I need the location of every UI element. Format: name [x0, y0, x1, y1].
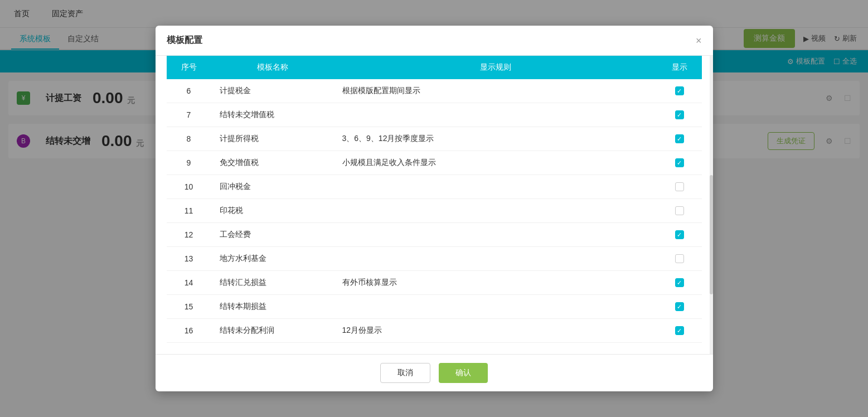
confirm-button[interactable]: 确认 — [439, 363, 488, 383]
cell-rule-10 — [334, 175, 657, 199]
modal-header: 模板配置 × — [156, 26, 713, 56]
table-row: 16结转未分配利润12月份显示✓ — [167, 319, 702, 343]
cell-name-10: 回冲税金 — [211, 175, 334, 199]
cell-rule-6: 根据模版配置期间显示 — [334, 79, 657, 103]
cell-check-15[interactable]: ✓ — [657, 295, 702, 319]
col-header-rule: 显示规则 — [334, 56, 657, 79]
table-row: 14结转汇兑损益有外币核算显示✓ — [167, 271, 702, 295]
cell-check-13[interactable] — [657, 247, 702, 271]
cell-id-8: 8 — [167, 127, 211, 151]
checkbox-11[interactable] — [675, 206, 684, 215]
cell-rule-7 — [334, 103, 657, 127]
cell-id-6: 6 — [167, 79, 211, 103]
cell-name-14: 结转汇兑损益 — [211, 271, 334, 295]
cell-id-16: 16 — [167, 319, 211, 343]
table-row: 12工会经费✓ — [167, 223, 702, 247]
cell-check-11[interactable] — [657, 199, 702, 223]
scrollbar-thumb[interactable] — [710, 175, 713, 294]
table-row: 6计提税金根据模版配置期间显示✓ — [167, 79, 702, 103]
checkbox-10[interactable] — [675, 182, 684, 191]
col-header-name: 模板名称 — [211, 56, 334, 79]
cell-check-10[interactable] — [657, 175, 702, 199]
table-row: 8计提所得税3、6、9、12月按季度显示✓ — [167, 127, 702, 151]
cell-id-12: 12 — [167, 223, 211, 247]
cell-id-15: 15 — [167, 295, 211, 319]
cell-name-11: 印花税 — [211, 199, 334, 223]
cell-name-6: 计提税金 — [211, 79, 334, 103]
modal-title: 模板配置 — [167, 35, 202, 46]
cell-rule-12 — [334, 223, 657, 247]
table-row: 15结转本期损益✓ — [167, 295, 702, 319]
cell-rule-9: 小规模且满足收入条件显示 — [334, 151, 657, 175]
modal-footer: 取消 确认 — [156, 354, 713, 391]
cell-name-16: 结转未分配利润 — [211, 319, 334, 343]
checkbox-15[interactable]: ✓ — [675, 302, 684, 311]
cell-name-9: 免交增值税 — [211, 151, 334, 175]
cell-id-7: 7 — [167, 103, 211, 127]
table-row: 13地方水利基金 — [167, 247, 702, 271]
cell-check-9[interactable]: ✓ — [657, 151, 702, 175]
table-row: 10回冲税金 — [167, 175, 702, 199]
cell-name-7: 结转未交增值税 — [211, 103, 334, 127]
template-config-modal: 模板配置 × 序号 模板名称 显示规则 显示 6计提税金根据模版配置期间显示✓7… — [156, 26, 713, 391]
table-row: 11印花税 — [167, 199, 702, 223]
table-row: 9免交增值税小规模且满足收入条件显示✓ — [167, 151, 702, 175]
cell-name-8: 计提所得税 — [211, 127, 334, 151]
table-row: 7结转未交增值税✓ — [167, 103, 702, 127]
checkbox-7[interactable]: ✓ — [675, 110, 684, 119]
cancel-button[interactable]: 取消 — [380, 363, 430, 383]
checkbox-12[interactable]: ✓ — [675, 230, 684, 239]
modal-close-button[interactable]: × — [696, 36, 702, 46]
cell-name-13: 地方水利基金 — [211, 247, 334, 271]
cell-rule-13 — [334, 247, 657, 271]
cell-name-15: 结转本期损益 — [211, 295, 334, 319]
cell-check-14[interactable]: ✓ — [657, 271, 702, 295]
cell-name-12: 工会经费 — [211, 223, 334, 247]
cell-check-8[interactable]: ✓ — [657, 127, 702, 151]
checkbox-9[interactable]: ✓ — [675, 158, 684, 167]
checkbox-14[interactable]: ✓ — [675, 278, 684, 287]
cell-check-6[interactable]: ✓ — [657, 79, 702, 103]
cell-check-16[interactable]: ✓ — [657, 319, 702, 343]
cell-id-9: 9 — [167, 151, 211, 175]
checkbox-16[interactable]: ✓ — [675, 326, 684, 335]
cell-check-12[interactable]: ✓ — [657, 223, 702, 247]
cell-id-14: 14 — [167, 271, 211, 295]
config-table: 序号 模板名称 显示规则 显示 6计提税金根据模版配置期间显示✓7结转未交增值税… — [167, 56, 702, 343]
cell-id-11: 11 — [167, 199, 211, 223]
modal-overlay: 模板配置 × 序号 模板名称 显示规则 显示 6计提税金根据模版配置期间显示✓7… — [0, 0, 868, 417]
cell-id-10: 10 — [167, 175, 211, 199]
checkbox-13[interactable] — [675, 254, 684, 263]
checkbox-8[interactable]: ✓ — [675, 134, 684, 143]
table-header-row: 序号 模板名称 显示规则 显示 — [167, 56, 702, 79]
cell-rule-16: 12月份显示 — [334, 319, 657, 343]
col-header-id: 序号 — [167, 56, 211, 79]
modal-body: 序号 模板名称 显示规则 显示 6计提税金根据模版配置期间显示✓7结转未交增值税… — [156, 56, 713, 354]
cell-rule-15 — [334, 295, 657, 319]
cell-rule-11 — [334, 199, 657, 223]
cell-rule-14: 有外币核算显示 — [334, 271, 657, 295]
checkbox-6[interactable]: ✓ — [675, 86, 684, 95]
cell-rule-8: 3、6、9、12月按季度显示 — [334, 127, 657, 151]
cell-id-13: 13 — [167, 247, 211, 271]
col-header-display: 显示 — [657, 56, 702, 79]
scrollbar-track — [710, 56, 713, 354]
cell-check-7[interactable]: ✓ — [657, 103, 702, 127]
